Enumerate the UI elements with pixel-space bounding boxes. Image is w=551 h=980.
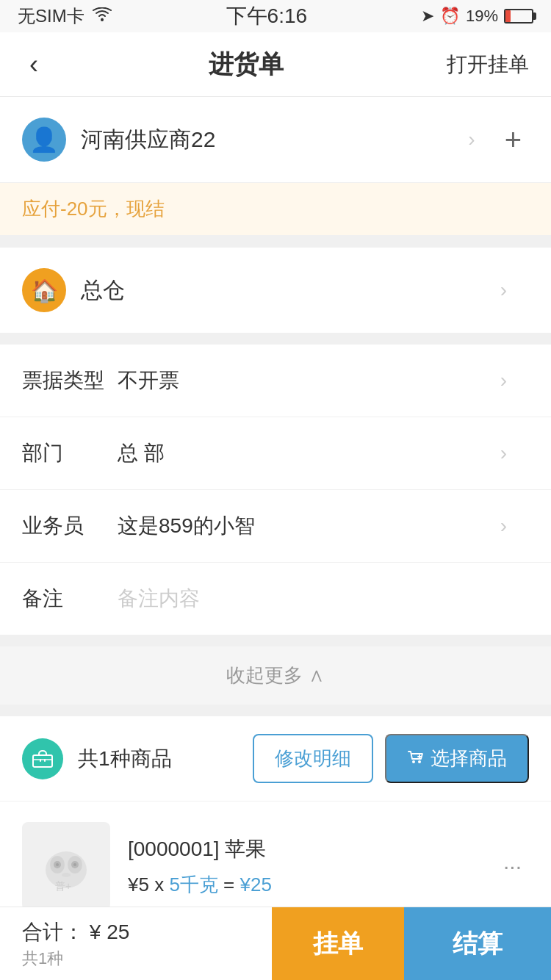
- product-details: [0000001] 苹果 ¥5 x 5千克 = ¥25: [128, 835, 496, 898]
- wifi-icon: [92, 6, 112, 26]
- select-product-button[interactable]: 选择商品: [385, 734, 529, 783]
- alert-banner: 应付-20元，现结: [0, 183, 551, 236]
- invoice-label: 票据类型: [22, 367, 118, 394]
- back-button[interactable]: ‹: [22, 42, 46, 87]
- page-title: 进货单: [209, 48, 284, 82]
- products-header: 共1种商品 修改明细 选择商品: [0, 716, 551, 801]
- select-product-label: 选择商品: [431, 746, 507, 771]
- nav-bar: ‹ 进货单 打开挂单: [0, 32, 551, 97]
- chevron-right-icon: ›: [500, 278, 507, 302]
- edit-detail-button[interactable]: 修改明细: [253, 734, 373, 783]
- quantity: 5千克: [169, 873, 217, 896]
- product-name: [0000001] 苹果: [128, 835, 496, 863]
- supplier-section: 👤 河南供应商22 › + 应付-20元，现结: [0, 97, 551, 236]
- person-icon: 👤: [29, 126, 59, 154]
- unit-price: ¥5 x: [128, 873, 169, 896]
- form-section: 票据类型 不开票 › 部门 总 部 › 业务员 这是859的小智 › 备注 备注…: [0, 345, 551, 635]
- warehouse-icon: 🏠: [22, 268, 66, 312]
- chevron-right-icon: ›: [468, 128, 475, 151]
- total-count: 共1种: [22, 948, 250, 970]
- invoice-row[interactable]: 票据类型 不开票 ›: [0, 345, 551, 417]
- collapse-toggle[interactable]: 收起更多 ∧: [0, 646, 551, 705]
- svg-rect-1: [33, 755, 52, 767]
- main-content: 👤 河南供应商22 › + 应付-20元，现结 🏠 总仓 › 票据类型 不开票 …: [0, 97, 551, 980]
- bottom-bar: 合计： ¥ 25 共1种 挂单 结算: [0, 907, 551, 980]
- status-time: 下午6:16: [226, 2, 308, 30]
- invoice-value: 不开票: [118, 367, 500, 394]
- chevron-right-icon: ›: [500, 514, 507, 538]
- total-amount: ¥ 25: [90, 920, 130, 943]
- note-input[interactable]: 备注内容: [118, 585, 529, 613]
- svg-point-11: [62, 873, 71, 877]
- cart-icon: [407, 747, 425, 770]
- svg-point-10: [73, 863, 76, 866]
- svg-point-9: [56, 863, 59, 866]
- supplier-avatar: 👤: [22, 118, 66, 162]
- collapse-label: 收起更多 ∧: [226, 663, 324, 688]
- subtotal: ¥25: [240, 873, 271, 896]
- warehouse-section: 🏠 总仓 ›: [0, 248, 551, 333]
- battery-icon: [504, 9, 533, 24]
- dept-label: 部门: [22, 439, 118, 467]
- checkout-button[interactable]: 结算: [404, 907, 551, 981]
- total-row: 合计： ¥ 25: [22, 918, 250, 946]
- suspend-button[interactable]: 挂单: [272, 907, 404, 981]
- product-title: 苹果: [225, 837, 266, 860]
- products-icon: [22, 738, 63, 779]
- product-price-formula: ¥5 x 5千克 = ¥25: [128, 872, 496, 898]
- warehouse-name: 总仓: [81, 275, 500, 306]
- product-code: [0000001]: [128, 837, 225, 860]
- chevron-right-icon: ›: [500, 442, 507, 465]
- svg-text:普+: 普+: [55, 880, 71, 892]
- alarm-icon: ⏰: [440, 7, 460, 26]
- dept-value: 总 部: [118, 439, 500, 467]
- svg-point-0: [101, 18, 104, 21]
- warehouse-row[interactable]: 🏠 总仓 ›: [0, 248, 551, 333]
- status-bar: 无SIM卡 下午6:16 ➤ ⏰ 19%: [0, 0, 551, 32]
- add-button[interactable]: +: [497, 123, 529, 156]
- equals-sign: =: [218, 873, 240, 896]
- products-count: 共1种商品: [78, 745, 253, 773]
- svg-point-3: [418, 760, 421, 763]
- chevron-right-icon: ›: [500, 369, 507, 392]
- total-label: 合计：: [22, 920, 84, 943]
- supplier-name: 河南供应商22: [81, 125, 468, 155]
- svg-point-2: [412, 760, 415, 763]
- product-thumbnail: 普+: [22, 822, 110, 910]
- staff-value: 这是859的小智: [118, 512, 500, 540]
- status-signal: 无SIM卡: [18, 4, 112, 28]
- no-sim-text: 无SIM卡: [18, 4, 84, 28]
- location-icon: ➤: [421, 7, 434, 26]
- staff-row[interactable]: 业务员 这是859的小智 ›: [0, 490, 551, 563]
- staff-label: 业务员: [22, 512, 118, 540]
- total-section: 合计： ¥ 25 共1种: [0, 918, 272, 970]
- more-options-button[interactable]: ···: [496, 846, 529, 886]
- dept-row[interactable]: 部门 总 部 ›: [0, 417, 551, 490]
- status-indicators: ➤ ⏰ 19%: [421, 7, 533, 26]
- supplier-row[interactable]: 👤 河南供应商22 › +: [0, 97, 551, 183]
- note-row[interactable]: 备注 备注内容: [0, 563, 551, 635]
- note-label: 备注: [22, 585, 118, 613]
- battery-text: 19%: [466, 7, 498, 26]
- owl-icon: 普+: [37, 837, 96, 896]
- open-pending-button[interactable]: 打开挂单: [447, 51, 529, 79]
